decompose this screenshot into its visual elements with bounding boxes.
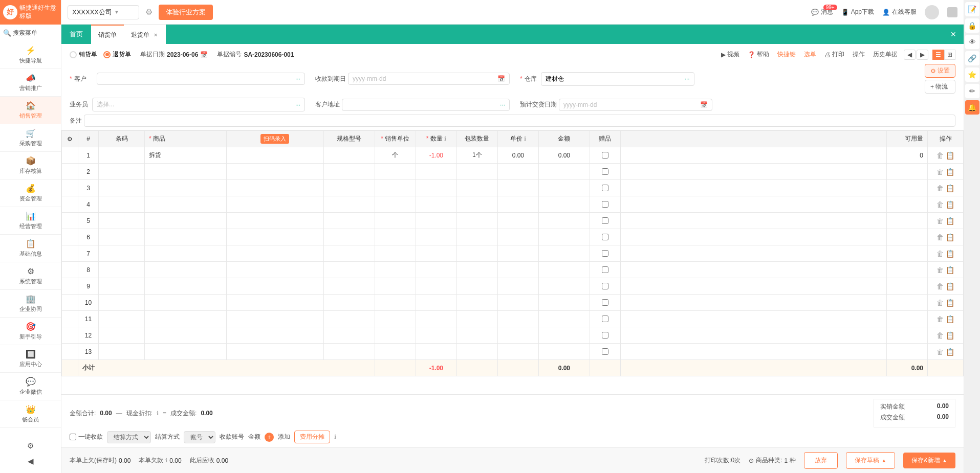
gift-checkbox-13[interactable] xyxy=(602,348,608,355)
delete-icon-1[interactable]: 🗑 xyxy=(937,151,944,160)
col-scan-header[interactable]: 扫码录入 xyxy=(227,131,324,147)
expense-info-icon[interactable]: ℹ xyxy=(334,434,336,440)
select-btn[interactable]: 选单 xyxy=(802,49,818,60)
rp-star-btn[interactable]: ⭐ xyxy=(965,67,979,82)
sidebar-item-wechat[interactable]: 💬 企业微信 xyxy=(0,373,61,400)
app-download-button[interactable]: 📱 App下载 xyxy=(841,8,874,16)
prev-arrow[interactable]: ◀ xyxy=(904,50,916,60)
print-btn[interactable]: 🖨 打印 xyxy=(822,49,846,60)
copy-icon-9[interactable]: 📋 xyxy=(946,282,954,290)
rp-link-btn[interactable]: 🔗 xyxy=(965,51,979,65)
rp-edit-btn[interactable]: 📝 xyxy=(965,2,979,16)
radio-return[interactable]: 退货单 xyxy=(103,50,131,59)
one-click-collect-input[interactable] xyxy=(70,434,76,440)
sidebar-item-enterprise[interactable]: 🏢 企业协同 xyxy=(0,290,61,318)
sidebar-item-quick-nav[interactable]: ⚡ 快捷导航 xyxy=(0,41,61,69)
gift-checkbox-4[interactable] xyxy=(602,201,608,208)
copy-icon-11[interactable]: 📋 xyxy=(946,315,954,323)
copy-icon-7[interactable]: 📋 xyxy=(946,250,954,258)
scan-btn[interactable]: 扫码录入 xyxy=(260,134,289,144)
gift-checkbox-2[interactable] xyxy=(602,168,608,175)
online-service-button[interactable]: 👤 在线客服 xyxy=(882,8,917,16)
col-config-header[interactable]: ⚙ xyxy=(62,131,78,147)
account-select[interactable]: 账号 xyxy=(184,431,215,443)
notes-input[interactable] xyxy=(84,115,955,127)
sidebar-collapse-btn[interactable]: ◀ xyxy=(0,454,61,469)
cash-discount-info-icon[interactable]: ℹ xyxy=(157,410,159,417)
delete-icon-12[interactable]: 🗑 xyxy=(937,331,944,340)
copy-icon-5[interactable]: 📋 xyxy=(946,217,954,225)
copy-icon-3[interactable]: 📋 xyxy=(946,184,954,192)
user-avatar[interactable] xyxy=(925,5,939,19)
rp-view-btn[interactable]: 👁 xyxy=(965,35,979,49)
sidebar-search[interactable]: 🔍 搜索菜单 xyxy=(0,25,61,41)
sidebar-item-operations[interactable]: 📊 经营管理 xyxy=(0,207,61,235)
tab-return-goods[interactable]: 销货单 xyxy=(91,25,124,44)
sidebar-item-finance[interactable]: 💰 资金管理 xyxy=(0,179,61,207)
sidebar-item-basics[interactable]: 📋 基础信息 xyxy=(0,235,61,262)
sidebar-item-vip[interactable]: 👑 畅会员 xyxy=(0,400,61,428)
copy-icon-13[interactable]: 📋 xyxy=(946,348,954,356)
company-selector[interactable]: XXXXXX公司 ▼ xyxy=(68,5,139,19)
owe-info-icon[interactable]: ℹ xyxy=(165,457,167,464)
gift-checkbox-11[interactable] xyxy=(602,316,608,322)
product-type-icon[interactable]: ⊙ xyxy=(749,457,754,464)
save-new-button[interactable]: 保存&新增 ▲ xyxy=(903,453,955,468)
sidebar-item-purchase[interactable]: 🛒 采购管理 xyxy=(0,124,61,152)
copy-icon-8[interactable]: 📋 xyxy=(946,266,954,274)
salesperson-input[interactable]: 选择... ··· xyxy=(92,98,305,111)
gift-checkbox-3[interactable] xyxy=(602,185,608,191)
qty-info-icon[interactable]: ℹ xyxy=(444,136,446,142)
gift-checkbox-8[interactable] xyxy=(602,266,608,273)
delete-icon-11[interactable]: 🗑 xyxy=(937,315,944,323)
gift-checkbox-1[interactable] xyxy=(602,152,608,159)
gift-checkbox-5[interactable] xyxy=(602,217,608,224)
delete-icon-5[interactable]: 🗑 xyxy=(937,217,944,225)
delete-icon-8[interactable]: 🗑 xyxy=(937,266,944,274)
warehouse-dots-icon[interactable]: ··· xyxy=(685,75,690,82)
video-btn[interactable]: ▶ 视频 xyxy=(719,49,742,60)
header-gear-icon[interactable]: ⚙ xyxy=(143,5,155,19)
sidebar-settings-btn[interactable]: ⚙ xyxy=(0,438,61,454)
warehouse-input[interactable]: 建材仓 ··· xyxy=(541,72,694,86)
view-list-btn[interactable]: ☰ xyxy=(932,50,944,60)
gift-checkbox-6[interactable] xyxy=(602,234,608,240)
rp-alert-btn[interactable]: 🔔 xyxy=(965,100,979,115)
calendar-icon[interactable]: 📅 xyxy=(200,51,208,58)
delete-icon-10[interactable]: 🗑 xyxy=(937,299,944,307)
delivery-date-input[interactable]: yyyy-mm-dd 📅 xyxy=(559,99,712,111)
gift-checkbox-7[interactable] xyxy=(602,250,608,257)
add-payment-button[interactable]: + xyxy=(265,433,274,442)
tab-active[interactable]: 退货单 ✕ xyxy=(124,25,166,44)
address-dots-icon[interactable]: ··· xyxy=(500,101,505,108)
due-date-input[interactable]: yyyy-mm-dd 📅 xyxy=(348,73,510,85)
next-arrow[interactable]: ▶ xyxy=(917,50,928,60)
customer-input[interactable]: ··· xyxy=(97,73,305,85)
copy-icon-10[interactable]: 📋 xyxy=(946,299,954,307)
rp-lock-btn[interactable]: 🔒 xyxy=(965,18,979,33)
delete-icon-6[interactable]: 🗑 xyxy=(937,233,944,241)
delete-icon-13[interactable]: 🗑 xyxy=(937,348,944,356)
customer-address-input[interactable]: ··· xyxy=(342,99,510,111)
message-button[interactable]: 💬 消息 99+ xyxy=(811,8,833,16)
delete-icon-3[interactable]: 🗑 xyxy=(937,184,944,192)
copy-icon-1[interactable]: 📋 xyxy=(946,151,954,160)
close-main-icon[interactable]: ✕ xyxy=(943,30,964,38)
trial-button[interactable]: 体验行业方案 xyxy=(159,5,213,20)
sidebar-item-apps[interactable]: 🔲 应用中心 xyxy=(0,345,61,373)
salesperson-dots-icon[interactable]: ··· xyxy=(295,101,300,108)
sidebar-item-inventory[interactable]: 📦 库存核算 xyxy=(0,152,61,179)
view-grid-btn[interactable]: ⊞ xyxy=(944,50,955,60)
help-btn[interactable]: ❓ 帮助 xyxy=(746,49,771,60)
copy-icon-4[interactable]: 📋 xyxy=(946,200,954,209)
gift-checkbox-9[interactable] xyxy=(602,283,608,289)
history-btn[interactable]: 历史单据 xyxy=(871,49,900,60)
expense-split-button[interactable]: 费用分摊 xyxy=(294,431,330,443)
save-draft-button[interactable]: 保存草稿 ▲ xyxy=(846,452,895,469)
one-click-collect-checkbox[interactable]: 一键收款 xyxy=(70,433,103,441)
discard-button[interactable]: 放弃 xyxy=(804,452,838,469)
rp-pencil-btn[interactable]: ✏ xyxy=(965,84,979,98)
shortcut-btn[interactable]: 快捷键 xyxy=(775,49,798,60)
logistics-button[interactable]: + 物流 xyxy=(925,80,955,94)
operation-btn[interactable]: 操作 xyxy=(851,49,867,60)
